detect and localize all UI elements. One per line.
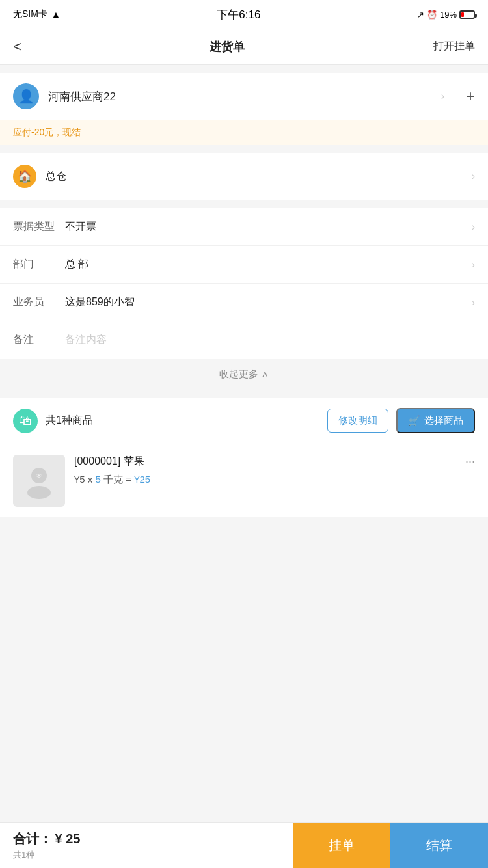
- form-card: 票据类型 不开票 › 部门 总 部 › 业务员 这是859的小智 › 备注 备注…: [0, 208, 488, 359]
- svg-text:👁: 👁: [36, 472, 42, 480]
- department-label: 部门: [13, 258, 65, 271]
- bottom-bar: 合计： ¥ 25 共1种 挂单 结算: [0, 822, 488, 868]
- add-supplier-button[interactable]: +: [466, 87, 475, 105]
- product-menu-button[interactable]: ···: [465, 455, 475, 468]
- select-product-button[interactable]: 🛒 选择商品: [396, 408, 475, 433]
- product-name: [0000001] 苹果: [74, 455, 456, 468]
- warehouse-value: 总仓: [46, 170, 465, 183]
- supplier-card: 👤 河南供应商22 › + 应付-20元，现结: [0, 73, 488, 145]
- section-gap-1: [0, 65, 488, 73]
- status-time: 下午6:16: [217, 7, 260, 22]
- location-icon: ↗: [417, 10, 424, 20]
- bottom-spacer: [0, 517, 488, 563]
- department-value: 总 部: [65, 258, 465, 271]
- total-amount: 合计： ¥ 25: [13, 830, 280, 848]
- section-gap-2: [0, 145, 488, 153]
- remark-label: 备注: [13, 333, 65, 347]
- ticket-type-value: 不开票: [65, 220, 465, 234]
- product-item: 👁 [0000001] 苹果 ¥5 x 5 千克 = ¥25 ···: [0, 444, 488, 517]
- open-suspend-button[interactable]: 打开挂单: [433, 40, 475, 53]
- alarm-icon: ⏰: [427, 10, 437, 20]
- salesman-value: 这是859的小智: [65, 295, 465, 309]
- products-count: 共1种商品: [46, 414, 319, 427]
- battery-icon: [459, 10, 475, 19]
- equals-sign: =: [126, 474, 134, 485]
- product-info: [0000001] 苹果 ¥5 x 5 千克 = ¥25: [74, 455, 456, 486]
- section-gap-4: [0, 390, 488, 398]
- multiply-sign: x: [88, 474, 96, 485]
- bag-icon: 🛍: [19, 413, 32, 428]
- warehouse-card: 🏠 总仓 ›: [0, 153, 488, 200]
- avatar-icon: 👤: [18, 88, 34, 104]
- edit-detail-button[interactable]: 修改明细: [327, 409, 388, 433]
- supplier-avatar: 👤: [13, 83, 39, 109]
- nav-bar: < 进货单 打开挂单: [0, 29, 488, 65]
- warehouse-icon: 🏠: [13, 165, 36, 188]
- product-thumbnail: 👁: [13, 455, 65, 507]
- warehouse-row[interactable]: 🏠 总仓 ›: [0, 153, 488, 200]
- salesman-label: 业务员: [13, 295, 65, 309]
- product-placeholder-icon: 👁: [20, 461, 59, 500]
- ticket-type-chevron-icon: ›: [472, 221, 475, 233]
- collapse-toggle[interactable]: 收起更多 ∧: [0, 359, 488, 390]
- products-header: 🛍 共1种商品 修改明细 🛒 选择商品: [0, 398, 488, 444]
- battery-percent: 19%: [440, 10, 457, 20]
- wifi-icon: ▲: [51, 9, 61, 20]
- total-label: 合计：: [13, 832, 52, 846]
- checkout-button[interactable]: 结算: [390, 823, 488, 869]
- status-right: ↗ ⏰ 19%: [417, 10, 475, 20]
- svg-point-1: [27, 486, 51, 499]
- total-section: 合计： ¥ 25 共1种: [0, 830, 293, 861]
- product-title: 苹果: [124, 455, 144, 467]
- status-left: 无SIM卡 ▲: [13, 8, 61, 20]
- products-icon: 🛍: [13, 409, 38, 433]
- vertical-divider: [455, 85, 455, 108]
- products-card: 🛍 共1种商品 修改明细 🛒 选择商品 👁 [0000001] 苹果 ¥5 x: [0, 398, 488, 517]
- supplier-chevron-icon: ›: [441, 90, 444, 102]
- supplier-row[interactable]: 👤 河南供应商22 › +: [0, 73, 488, 120]
- product-code: [0000001]: [74, 455, 120, 467]
- back-button[interactable]: <: [13, 38, 21, 55]
- product-total: ¥25: [134, 474, 150, 485]
- product-quantity: 5: [96, 474, 101, 485]
- remark-placeholder[interactable]: 备注内容: [65, 333, 475, 347]
- remark-row[interactable]: 备注 备注内容: [0, 321, 488, 359]
- product-price: ¥5 x 5 千克 = ¥25: [74, 474, 456, 486]
- department-row[interactable]: 部门 总 部 ›: [0, 246, 488, 284]
- supplier-name: 河南供应商22: [48, 89, 435, 104]
- section-gap-3: [0, 200, 488, 208]
- ticket-type-row[interactable]: 票据类型 不开票 ›: [0, 208, 488, 246]
- warehouse-chevron-icon: ›: [472, 170, 475, 182]
- department-chevron-icon: ›: [472, 259, 475, 271]
- collapse-label: 收起更多 ∧: [219, 368, 269, 379]
- carrier-label: 无SIM卡: [13, 8, 47, 20]
- salesman-chevron-icon: ›: [472, 297, 475, 308]
- product-unit: 千克: [103, 474, 123, 485]
- total-sub: 共1种: [13, 849, 280, 861]
- select-product-label: 选择商品: [424, 414, 463, 427]
- info-notice: 应付-20元，现结: [0, 120, 488, 145]
- page-title: 进货单: [210, 39, 245, 55]
- notice-text: 应付-20元，现结: [13, 127, 81, 137]
- salesman-row[interactable]: 业务员 这是859的小智 ›: [0, 284, 488, 321]
- total-value: ¥ 25: [55, 832, 80, 846]
- suspend-button[interactable]: 挂单: [293, 823, 390, 869]
- status-bar: 无SIM卡 ▲ 下午6:16 ↗ ⏰ 19%: [0, 0, 488, 29]
- product-unit-price: ¥5: [74, 474, 85, 485]
- cart-icon: 🛒: [408, 415, 420, 427]
- ticket-type-label: 票据类型: [13, 220, 65, 234]
